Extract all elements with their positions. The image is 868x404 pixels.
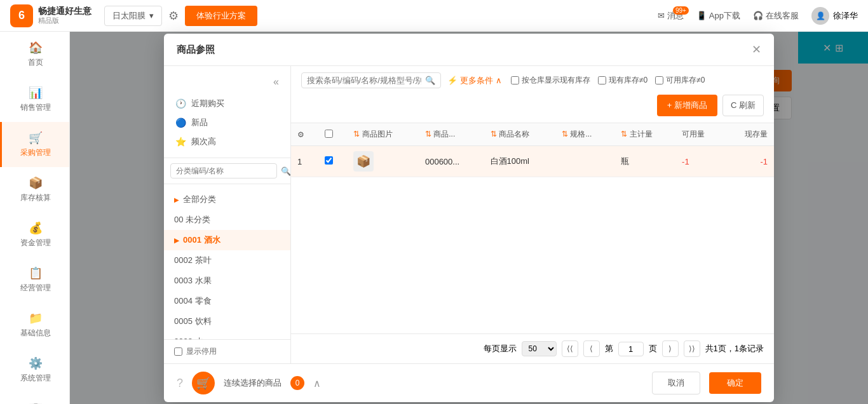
category-search: 🔍	[164, 158, 290, 184]
category-0008[interactable]: 0008 水	[164, 332, 290, 339]
col-image: ⇅ 商品图片	[347, 123, 418, 146]
user-icon: 👤	[816, 11, 825, 20]
col-name: ⇅ 商品名称	[484, 123, 556, 146]
confirm-button[interactable]: 确定	[709, 372, 761, 394]
help-icon[interactable]: ?	[177, 377, 183, 390]
refresh-button[interactable]: C 刷新	[722, 95, 764, 116]
warehouse-checkbox[interactable]	[511, 76, 519, 84]
col-settings[interactable]: ⚙	[291, 123, 318, 146]
add-product-button[interactable]: + 新增商品	[657, 95, 717, 116]
filter-more-button[interactable]: ⚡ 更多条件 ∧	[447, 75, 502, 86]
page-number-input[interactable]	[618, 342, 644, 356]
sales-icon: 📊	[29, 86, 43, 100]
sidebar-item-sales[interactable]: 📊 销售管理	[0, 77, 69, 122]
sidebar-item-inventory[interactable]: 📦 库存核算	[0, 167, 69, 212]
footer-collapse-button[interactable]: ∧	[313, 377, 321, 389]
product-table-wrap: ⚙ ⇅ 商品图片 ⇅ 商品... ⇅ 商品名称 ⇅ 规格... ⇅ 主计量 可用…	[291, 123, 774, 333]
col-stock: 现存量	[725, 123, 774, 146]
category-all[interactable]: ▶ 全部分类	[164, 189, 290, 210]
message-badge: 99+	[673, 6, 689, 15]
usable-checkbox[interactable]	[655, 76, 663, 84]
category-list: ▶ 全部分类 00 未分类 ▶ 0001 酒水 0002 茶	[164, 184, 290, 339]
logo-text: 畅捷通好生意	[38, 6, 92, 17]
selected-count: 0	[290, 376, 304, 390]
sidebar-item-purchase[interactable]: 🛒 采购管理	[0, 122, 69, 167]
collapse-button[interactable]: «	[268, 72, 284, 91]
next-page-button[interactable]: ⟩	[662, 340, 679, 357]
chevron-right-icon-active: ▶	[174, 237, 179, 244]
stock-checkbox[interactable]	[598, 76, 606, 84]
cart-icon: 🛒	[192, 372, 215, 394]
sidebar-item-enterprise[interactable]: 🏢 企业协同	[0, 393, 69, 404]
branch-dropdown[interactable]: 日太阳膜 ▾	[104, 6, 162, 26]
select-all-checkbox[interactable]	[325, 130, 333, 138]
settings-icon[interactable]: ⚙	[168, 9, 179, 23]
modal-overlay: 商品参照 ✕ « 🕐 近期购买	[70, 32, 868, 404]
basic-info-icon: 📁	[29, 311, 43, 325]
quick-filter-recent[interactable]: 🕐 近期购买	[170, 94, 284, 113]
check-stock-ne0[interactable]: 现有库存≠0	[598, 75, 648, 86]
headset-icon: 🎧	[753, 11, 763, 20]
sidebar-item-operation[interactable]: 📋 经营管理	[0, 257, 69, 302]
search-icon[interactable]: 🔍	[281, 166, 291, 176]
star-icon: ⭐	[175, 137, 186, 147]
modal-footer: ? 🛒 连续选择的商品 0 ∧ 取消 确定	[164, 363, 774, 402]
category-0002[interactable]: 0002 茶叶	[164, 250, 290, 271]
filter-bar: 🔍 ⚡ 更多条件 ∧ 按仓库显示现有库存	[291, 66, 774, 123]
product-search-input[interactable]	[307, 76, 421, 85]
cell-checkbox	[318, 146, 348, 177]
col-spec: ⇅ 规格...	[555, 123, 614, 146]
app-download-button[interactable]: 📱 App下载	[696, 10, 740, 22]
content-area: ✕ ⊞ 查询 设置 商品参照 ✕	[70, 32, 868, 404]
sidebar-item-system[interactable]: ⚙️ 系统管理	[0, 347, 69, 393]
modal-header: 商品参照 ✕	[164, 34, 774, 66]
product-thumbnail: 📦	[353, 151, 374, 172]
check-usable-ne0[interactable]: 可用库存≠0	[655, 75, 705, 86]
user-profile[interactable]: 👤 徐泽华	[811, 7, 858, 25]
category-0001[interactable]: ▶ 0001 酒水	[164, 230, 290, 250]
system-icon: ⚙️	[29, 356, 43, 370]
home-icon: 🏠	[29, 41, 43, 55]
message-button[interactable]: ✉ 消息 99+	[658, 10, 684, 22]
sidebar: 🏠 首页 📊 销售管理 🛒 采购管理 📦 库存核算 💰 资金管理 📋 经营管理 …	[0, 32, 70, 404]
nav-right: ✉ 消息 99+ 📱 App下载 🎧 在线客服 👤 徐泽华	[658, 7, 858, 25]
check-by-warehouse[interactable]: 按仓库显示现有库存	[511, 75, 590, 86]
message-icon: ✉	[658, 11, 665, 20]
cancel-button[interactable]: 取消	[652, 372, 700, 394]
col-checkbox	[318, 123, 348, 146]
service-button[interactable]: 🎧 在线客服	[753, 10, 799, 22]
page-size-select[interactable]: 50 10 20 100	[522, 341, 557, 356]
sidebar-item-finance[interactable]: 💰 资金管理	[0, 212, 69, 257]
modal-right-panel: 🔍 ⚡ 更多条件 ∧ 按仓库显示现有库存	[291, 66, 774, 363]
cell-stock: -1	[725, 146, 774, 177]
modal-close-button[interactable]: ✕	[752, 43, 761, 57]
purchase-icon: 🛒	[29, 131, 43, 145]
promo-button[interactable]: 体验行业方案	[185, 6, 257, 26]
show-disabled-checkbox[interactable]	[174, 347, 182, 356]
category-search-input[interactable]	[170, 163, 277, 178]
continuous-label: 连续选择的商品	[224, 377, 281, 389]
category-0003[interactable]: 0003 水果	[164, 271, 290, 291]
top-nav: 6 畅捷通好生意 精品版 日太阳膜 ▾ ⚙ 体验行业方案 ✉ 消息 99+ 📱 …	[0, 0, 868, 32]
category-00[interactable]: 00 未分类	[164, 210, 290, 230]
quick-filter-frequent[interactable]: ⭐ 频次高	[170, 132, 284, 151]
row-checkbox[interactable]	[325, 156, 333, 165]
quick-filter-new[interactable]: 🔵 新品	[170, 113, 284, 132]
cell-unit: 瓶	[614, 146, 675, 177]
modal-body: « 🕐 近期购买 🔵 新品 ⭐	[164, 66, 774, 363]
first-page-button[interactable]: ⟨⟨	[562, 340, 578, 357]
inventory-icon: 📦	[29, 176, 43, 190]
category-0005[interactable]: 0005 饮料	[164, 311, 290, 332]
cell-image: 📦	[347, 146, 418, 177]
show-disabled: 显示停用	[164, 339, 290, 363]
prev-page-button[interactable]: ⟨	[583, 340, 600, 357]
modal-left-panel: « 🕐 近期购买 🔵 新品 ⭐	[164, 66, 291, 363]
last-page-button[interactable]: ⟩⟩	[684, 340, 700, 357]
col-code: ⇅ 商品...	[419, 123, 484, 146]
search-icon[interactable]: 🔍	[425, 76, 435, 85]
category-0004[interactable]: 0004 零食	[164, 291, 290, 311]
sidebar-item-home[interactable]: 🏠 首页	[0, 32, 69, 77]
finance-icon: 💰	[29, 221, 43, 235]
table-row[interactable]: 1 📦 000600... 白酒100ml 瓶	[291, 146, 774, 177]
sidebar-item-basic-info[interactable]: 📁 基础信息	[0, 302, 69, 347]
